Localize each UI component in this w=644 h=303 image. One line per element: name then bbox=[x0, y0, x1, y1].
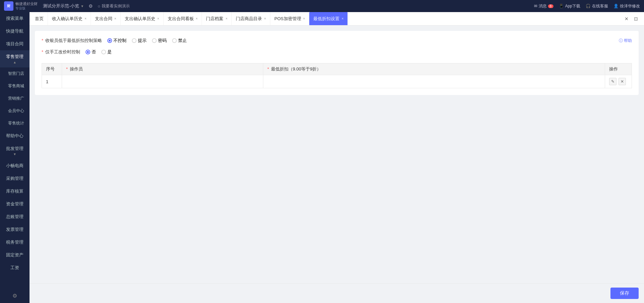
cell-action: ✎ ✕ bbox=[605, 75, 632, 88]
demo-link[interactable]: ○ 我要看实例演示 bbox=[98, 3, 130, 9]
close-tab-button[interactable]: ✕ bbox=[623, 15, 631, 22]
salary-label: 工资 bbox=[10, 265, 19, 271]
radio-circle-yes bbox=[101, 50, 106, 54]
tab-min-discount-settings[interactable]: 最低折扣设置 × bbox=[309, 12, 348, 26]
tab-close-icon[interactable]: × bbox=[264, 17, 266, 20]
radio-circle-forbid bbox=[172, 38, 177, 43]
sidebar-item-tax[interactable]: 税务管理 bbox=[0, 236, 30, 249]
tabs-bar: 首页 收入确认单历史 × 支出合同 × 支出确认单历史 × 支出合同看板 × 门… bbox=[30, 12, 644, 26]
fixed-assets-label: 固定资产 bbox=[6, 252, 23, 258]
project-name: 测试分开示范-小览 bbox=[43, 3, 79, 9]
sidebar-item-inventory[interactable]: 库存核算 bbox=[0, 185, 30, 198]
sidebar-item-retail-mall[interactable]: 零售商城 bbox=[0, 80, 30, 92]
sidebar-item-search-menu[interactable]: 搜索菜单 bbox=[0, 12, 30, 25]
sidebar-item-quick-nav[interactable]: 快捷导航 bbox=[0, 25, 30, 38]
discount-policy-radio-group: 不控制 提示 密码 禁止 bbox=[107, 38, 187, 44]
expand-tab-button[interactable]: ⊡ bbox=[632, 15, 640, 22]
tab-payment-confirm-history[interactable]: 支出确认单历史 × bbox=[121, 12, 164, 26]
sidebar-item-batch-management[interactable]: 批发管理 ▼ bbox=[0, 142, 30, 159]
sidebar-item-marketing[interactable]: 营销推广 bbox=[0, 92, 30, 105]
batch-management-label: 批发管理 bbox=[6, 146, 23, 152]
sidebar-item-purchase[interactable]: 采购管理 bbox=[0, 172, 30, 185]
header-center: 测试分开示范-小览 ▼ ⚙ ○ 我要看实例演示 bbox=[43, 3, 534, 9]
ledger-label: 总账管理 bbox=[6, 214, 23, 220]
chevron-up-icon: ▲ bbox=[13, 60, 16, 64]
sidebar-item-ecommerce[interactable]: 小畅电商 bbox=[0, 159, 30, 172]
radio-forbid[interactable]: 禁止 bbox=[172, 38, 187, 44]
tab-close-icon[interactable]: × bbox=[85, 17, 87, 20]
discount-table: 序号 * 操作员 * 最低折扣（9.00等于9折） bbox=[42, 63, 632, 88]
user-profile-button[interactable]: 👤 徐泽华修改 bbox=[613, 3, 640, 9]
ecommerce-label: 小畅电商 bbox=[6, 163, 23, 169]
logo-text: 畅捷通好业财 专业版 bbox=[15, 2, 38, 10]
message-badge: 8 bbox=[548, 4, 553, 8]
inventory-label: 库存核算 bbox=[6, 188, 23, 194]
sidebar-item-retail-stats[interactable]: 零售统计 bbox=[0, 117, 30, 130]
tab-close-active-icon[interactable]: × bbox=[341, 17, 343, 20]
customer-service-button[interactable]: 🎧 在线客服 bbox=[586, 3, 608, 9]
sidebar-item-project-contract[interactable]: 项目合同 bbox=[0, 38, 30, 50]
sidebar-item-retail-management[interactable]: 零售管理 ▲ bbox=[0, 50, 30, 67]
save-button[interactable]: 保存 bbox=[610, 288, 639, 299]
cell-min-discount[interactable] bbox=[263, 75, 605, 88]
tab-pos-password[interactable]: POS加密管理 × bbox=[270, 12, 309, 26]
tab-close-icon[interactable]: × bbox=[157, 17, 159, 20]
tab-store-product-catalog[interactable]: 门店商品目录 × bbox=[232, 12, 270, 26]
sidebar-settings-icon[interactable]: ⚙ bbox=[0, 289, 30, 303]
discount-table-wrapper: 序号 * 操作员 * 最低折扣（9.00等于9折） bbox=[42, 60, 632, 88]
help-link[interactable]: ⓘ 帮助 bbox=[619, 38, 632, 44]
discount-policy-row: * 收银员低于最低折扣控制策略 不控制 提示 bbox=[42, 38, 632, 44]
manual-price-label: * 仅手工改价时控制 bbox=[42, 49, 80, 55]
tab-home[interactable]: 首页 bbox=[31, 12, 48, 26]
tab-payment-contract-board[interactable]: 支出合同看板 × bbox=[164, 12, 202, 26]
tab-close-icon[interactable]: × bbox=[114, 17, 116, 20]
avatar-icon: 👤 bbox=[613, 4, 619, 8]
sidebar-item-salary[interactable]: 工资 bbox=[0, 261, 30, 274]
project-selector[interactable]: 测试分开示范-小览 ▼ bbox=[43, 3, 84, 9]
chevron-down-icon: ▼ bbox=[80, 4, 84, 8]
tab-income-confirm-history[interactable]: 收入确认单历史 × bbox=[48, 12, 91, 26]
tab-close-icon[interactable]: × bbox=[196, 17, 198, 20]
purchase-label: 采购管理 bbox=[6, 175, 23, 182]
marketing-label: 营销推广 bbox=[8, 96, 24, 101]
radio-circle-password bbox=[152, 38, 157, 43]
retail-mall-label: 零售商城 bbox=[8, 83, 24, 89]
cell-operator[interactable] bbox=[62, 75, 263, 88]
delete-row-button[interactable]: ✕ bbox=[619, 78, 626, 85]
page-content: * 收银员低于最低折扣控制策略 不控制 提示 bbox=[30, 26, 644, 283]
tab-store-files[interactable]: 门店档案 × bbox=[202, 12, 232, 26]
logo-area: 财 畅捷通好业财 专业版 bbox=[4, 1, 38, 11]
tab-close-icon[interactable]: × bbox=[225, 17, 227, 20]
help-center-label: 帮助中心 bbox=[6, 133, 23, 139]
table-scroll-area[interactable]: 序号 * 操作员 * 最低折扣（9.00等于9折） bbox=[42, 60, 632, 88]
sidebar-item-ledger[interactable]: 总账管理 bbox=[0, 210, 30, 223]
app-download-button[interactable]: 📱 App下载 bbox=[559, 3, 580, 9]
message-button[interactable]: ✉ 消息 8 bbox=[534, 3, 553, 9]
tab-close-icon[interactable]: × bbox=[303, 17, 305, 20]
sidebar-item-member-center[interactable]: 会员中心 bbox=[0, 105, 30, 117]
search-menu-label: 搜索菜单 bbox=[6, 15, 23, 21]
discount-policy-label: * 收银员低于最低折扣控制策略 bbox=[42, 38, 102, 44]
radio-no-control[interactable]: 不控制 bbox=[107, 38, 126, 44]
radio-prompt[interactable]: 提示 bbox=[132, 38, 147, 44]
manual-price-row: * 仅手工改价时控制 否 是 bbox=[42, 49, 632, 55]
manual-price-radio-group: 否 是 bbox=[86, 49, 112, 55]
settings-icon[interactable]: ⚙ bbox=[87, 3, 95, 9]
sidebar-item-smart-store[interactable]: 智营门店 bbox=[0, 67, 30, 80]
tab-payment-contract[interactable]: 支出合同 × bbox=[91, 12, 121, 26]
sidebar-item-fund[interactable]: 资金管理 bbox=[0, 198, 30, 210]
col-action: 操作 bbox=[605, 63, 632, 75]
message-icon: ✉ bbox=[534, 4, 537, 8]
sidebar-item-help-center[interactable]: 帮助中心 bbox=[0, 130, 30, 142]
header-right: ✉ 消息 8 📱 App下载 🎧 在线客服 👤 徐泽华修改 bbox=[534, 3, 640, 9]
fund-label: 资金管理 bbox=[6, 201, 23, 207]
radio-no[interactable]: 否 bbox=[86, 49, 96, 55]
col-min-discount: * 最低折扣（9.00等于9折） bbox=[263, 63, 605, 75]
edit-row-button[interactable]: ✎ bbox=[609, 78, 616, 85]
radio-password[interactable]: 密码 bbox=[152, 38, 167, 44]
radio-circle-no bbox=[86, 50, 90, 54]
radio-yes[interactable]: 是 bbox=[101, 49, 112, 55]
sidebar-item-fixed-assets[interactable]: 固定资产 bbox=[0, 249, 30, 261]
sidebar-item-invoice[interactable]: 发票管理 bbox=[0, 223, 30, 236]
project-contract-label: 项目合同 bbox=[6, 41, 23, 47]
